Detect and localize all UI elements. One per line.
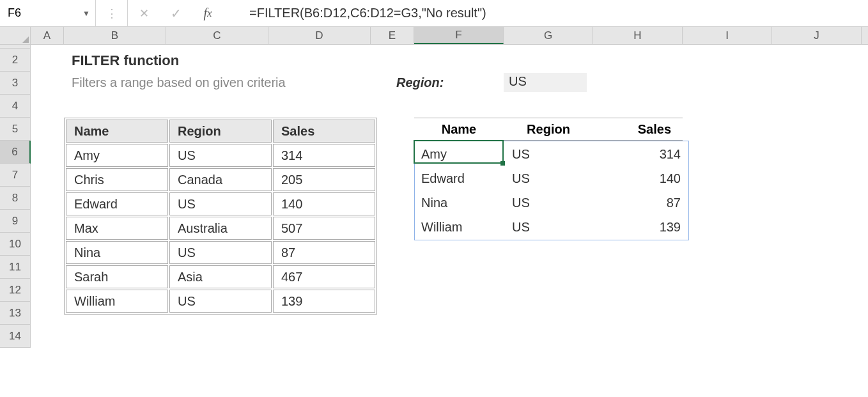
row-header-4[interactable]: 4 xyxy=(0,95,31,118)
cell[interactable]: Amy xyxy=(66,144,168,167)
table-row: NinaUS87 xyxy=(66,241,375,264)
table-row: WilliamUS139 xyxy=(66,290,375,313)
cell[interactable]: 507 xyxy=(273,217,375,240)
table-row: EdwardUS140 xyxy=(66,192,375,215)
cell[interactable]: US xyxy=(169,241,272,264)
select-all-corner[interactable] xyxy=(0,27,31,44)
cell[interactable]: US xyxy=(507,215,596,238)
row-header-10[interactable]: 10 xyxy=(0,233,31,256)
cell[interactable]: Edward xyxy=(66,192,168,215)
row-header-13[interactable]: 13 xyxy=(0,302,31,325)
enter-icon[interactable]: ✓ xyxy=(160,0,192,26)
cell[interactable]: 314 xyxy=(598,143,687,166)
cell[interactable]: Chris xyxy=(66,168,168,191)
cell[interactable]: 467 xyxy=(273,265,375,288)
cell[interactable]: US xyxy=(169,290,272,313)
row-header-3[interactable]: 3 xyxy=(0,72,31,95)
table-row: NinaUS87 xyxy=(416,191,687,214)
col-header-A[interactable]: A xyxy=(31,27,64,44)
region-input-cell[interactable]: US xyxy=(504,73,587,92)
cell[interactable]: US xyxy=(169,144,272,167)
page-subtitle: Filters a range based on given criteria xyxy=(72,75,286,90)
table-row: AmyUS314 xyxy=(416,143,687,166)
cell[interactable]: 87 xyxy=(598,191,687,214)
cell[interactable]: 139 xyxy=(273,290,375,313)
row-headers: 1 2 3 4 5 6 7 8 9 10 11 12 13 14 xyxy=(0,45,31,348)
formula-bar-divider: ⋮ xyxy=(96,0,128,26)
cell[interactable]: US xyxy=(507,191,596,214)
cell[interactable]: Asia xyxy=(169,265,272,288)
row-header-2[interactable]: 2 xyxy=(0,49,31,72)
fx-icon[interactable]: fx xyxy=(192,0,224,26)
row-header-7[interactable]: 7 xyxy=(0,164,31,187)
source-data-table: Name Region Sales AmyUS314 ChrisCanada20… xyxy=(64,118,377,315)
cell[interactable]: 139 xyxy=(598,215,687,238)
cell[interactable]: Max xyxy=(66,217,168,240)
col-header-H[interactable]: H xyxy=(593,27,683,44)
cell[interactable]: Edward xyxy=(416,167,506,190)
cell[interactable]: William xyxy=(66,290,168,313)
rows-area: 1 2 3 4 5 6 7 8 9 10 11 12 13 14 FILTER … xyxy=(0,45,868,348)
col-header-B[interactable]: B xyxy=(64,27,166,44)
table-row: SarahAsia467 xyxy=(66,265,375,288)
cell[interactable]: US xyxy=(169,192,272,215)
row-header-5[interactable]: 5 xyxy=(0,118,31,141)
region-label: Region: xyxy=(396,75,444,90)
cell-ref-dropdown-icon[interactable]: ▼ xyxy=(82,9,90,18)
row-header-12[interactable]: 12 xyxy=(0,279,31,302)
cell[interactable]: 140 xyxy=(273,192,375,215)
cell-reference-box[interactable]: F6 ▼ xyxy=(0,0,96,26)
col-header-G[interactable]: G xyxy=(504,27,593,44)
filter-result-spill-range: AmyUS314 EdwardUS140 NinaUS87 WilliamUS1… xyxy=(414,141,689,240)
formula-bar-icons: ✕ ✓ fx xyxy=(128,0,224,26)
table-row: EdwardUS140 xyxy=(416,167,687,190)
table-row: ChrisCanada205 xyxy=(66,168,375,191)
th-region[interactable]: Region xyxy=(169,120,272,143)
table-row: MaxAustralia507 xyxy=(66,217,375,240)
th2-sales[interactable]: Sales xyxy=(593,122,683,137)
spreadsheet-grid: A B C D E F G H I J 1 2 3 4 5 6 7 8 9 10… xyxy=(0,27,868,348)
cell[interactable]: 87 xyxy=(273,241,375,264)
cell[interactable]: US xyxy=(507,143,596,166)
cell[interactable]: Australia xyxy=(169,217,272,240)
col-header-E[interactable]: E xyxy=(371,27,414,44)
cell[interactable]: Nina xyxy=(416,191,506,214)
cell[interactable]: Amy xyxy=(416,143,506,166)
row-header-11[interactable]: 11 xyxy=(0,256,31,279)
cell[interactable]: 205 xyxy=(273,168,375,191)
table-row: AmyUS314 xyxy=(66,144,375,167)
th2-name[interactable]: Name xyxy=(414,122,504,137)
cell[interactable]: Canada xyxy=(169,168,272,191)
cells-area[interactable]: FILTER function Filters a range based on… xyxy=(31,45,868,348)
cell[interactable]: Nina xyxy=(66,241,168,264)
table-header-row: Name Region Sales xyxy=(66,120,375,143)
page-title: FILTER function xyxy=(72,52,179,69)
column-headers: A B C D E F G H I J xyxy=(0,27,868,45)
cell[interactable]: 140 xyxy=(598,167,687,190)
row-header-8[interactable]: 8 xyxy=(0,187,31,210)
cell-reference-value: F6 xyxy=(8,6,21,20)
col-header-I[interactable]: I xyxy=(683,27,772,44)
col-header-F[interactable]: F xyxy=(414,27,504,44)
cell[interactable]: US xyxy=(507,167,596,190)
col-header-C[interactable]: C xyxy=(166,27,268,44)
formula-bar: F6 ▼ ⋮ ✕ ✓ fx =FILTER(B6:D12,C6:D12=G3,"… xyxy=(0,0,868,27)
th-name[interactable]: Name xyxy=(66,120,168,143)
th-sales[interactable]: Sales xyxy=(273,120,375,143)
th2-region[interactable]: Region xyxy=(504,122,593,137)
cell[interactable]: William xyxy=(416,215,506,238)
cell[interactable]: 314 xyxy=(273,144,375,167)
cancel-icon[interactable]: ✕ xyxy=(128,0,160,26)
row-header-14[interactable]: 14 xyxy=(0,325,31,348)
col-header-J[interactable]: J xyxy=(772,27,862,44)
table-row: WilliamUS139 xyxy=(416,215,687,238)
result-table-header: Name Region Sales xyxy=(414,118,683,141)
col-header-D[interactable]: D xyxy=(268,27,371,44)
cell[interactable]: Sarah xyxy=(66,265,168,288)
row-header-6[interactable]: 6 xyxy=(0,141,31,164)
row-header-9[interactable]: 9 xyxy=(0,210,31,233)
formula-input[interactable]: =FILTER(B6:D12,C6:D12=G3,"No result") xyxy=(224,6,868,20)
